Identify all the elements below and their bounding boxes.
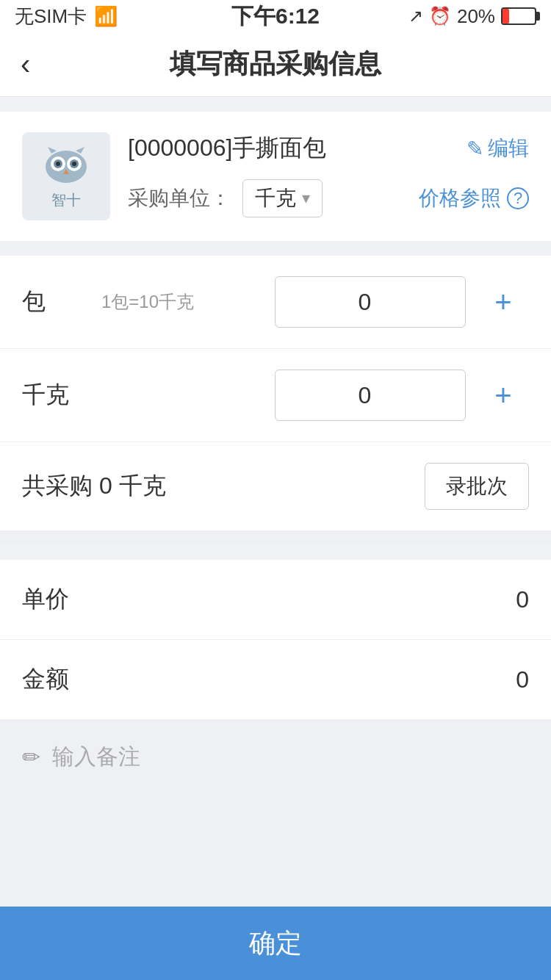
unit-row: 采购单位： 千克 ▾ 价格参照 ? — [128, 179, 529, 217]
kg-plus-button[interactable]: + — [478, 370, 529, 421]
status-bar: 无SIM卡 📶 下午6:12 ↗ ⏰ 20% — [0, 0, 551, 32]
bao-plus-button[interactable]: + — [478, 276, 529, 328]
product-info: [0000006]手撕面包 ✎ 编辑 采购单位： 千克 ▾ 价格参照 ? — [128, 132, 529, 217]
kg-input-row: 千克 + — [0, 349, 551, 442]
product-image: 智十 — [22, 132, 110, 220]
remark-placeholder: 输入备注 — [52, 742, 140, 772]
bao-input[interactable] — [275, 276, 466, 328]
unit-price-row: 单价 0 — [0, 560, 551, 640]
info-icon: ? — [507, 187, 529, 209]
product-owl-icon — [40, 143, 92, 187]
batch-button[interactable]: 录批次 — [425, 463, 529, 510]
input-section: 包 1包=10千克 + 千克 + — [0, 256, 551, 442]
amount-value: 0 — [516, 666, 529, 693]
status-time: 下午6:12 — [231, 1, 320, 32]
status-left: 无SIM卡 📶 — [15, 4, 118, 29]
battery-fill — [503, 9, 509, 24]
summary-text: 共采购 0 千克 — [22, 470, 166, 502]
unit-value: 千克 — [255, 184, 296, 212]
bao-sublabel: 1包=10千克 — [101, 290, 194, 314]
wifi-icon: 📶 — [94, 5, 118, 28]
info-section: 单价 0 金额 0 — [0, 560, 551, 720]
amount-label: 金额 — [22, 663, 69, 696]
location-icon: ↗ — [408, 6, 423, 26]
price-ref-button[interactable]: 价格参照 ? — [419, 184, 529, 212]
status-right: ↗ ⏰ 20% — [408, 5, 536, 28]
kg-label: 千克 — [22, 379, 81, 411]
amount-row: 金额 0 — [0, 640, 551, 720]
back-button[interactable]: ‹ — [21, 48, 30, 81]
bao-label: 包 — [22, 286, 81, 318]
unit-price-label: 单价 — [22, 583, 69, 616]
edit-icon: ✎ — [467, 137, 483, 161]
alarm-icon: ⏰ — [429, 6, 451, 26]
unit-left: 采购单位： 千克 ▾ — [128, 179, 323, 217]
page-title: 填写商品采购信息 — [170, 46, 381, 82]
carrier-label: 无SIM卡 — [15, 4, 87, 29]
svg-point-6 — [72, 162, 76, 166]
unit-price-value: 0 — [516, 586, 529, 613]
chevron-down-icon: ▾ — [302, 189, 310, 208]
confirm-button[interactable]: 确定 — [0, 907, 551, 980]
product-name-row: [0000006]手撕面包 ✎ 编辑 — [128, 132, 529, 165]
edit-label: 编辑 — [488, 134, 529, 162]
confirm-label: 确定 — [249, 926, 302, 962]
product-name: [0000006]手撕面包 — [128, 132, 326, 165]
battery-icon — [501, 7, 536, 25]
battery-percent: 20% — [457, 5, 495, 28]
pencil-icon: ✏ — [22, 744, 40, 770]
separator-2 — [0, 530, 551, 545]
unit-select[interactable]: 千克 ▾ — [242, 179, 323, 217]
bao-input-row: 包 1包=10千克 + — [0, 256, 551, 349]
summary-row: 共采购 0 千克 录批次 — [0, 442, 551, 530]
kg-input-wrap: + — [96, 370, 529, 421]
edit-button[interactable]: ✎ 编辑 — [467, 134, 529, 162]
svg-marker-9 — [76, 147, 84, 154]
bao-input-wrap: + — [209, 276, 529, 328]
kg-input[interactable] — [275, 370, 466, 421]
product-card: 智十 [0000006]手撕面包 ✎ 编辑 采购单位： 千克 ▾ — [0, 112, 551, 241]
separator-1 — [0, 241, 551, 256]
svg-point-5 — [56, 162, 60, 166]
unit-label: 采购单位： — [128, 184, 231, 212]
price-ref-label: 价格参照 — [419, 184, 501, 212]
nav-bar: ‹ 填写商品采购信息 — [0, 32, 551, 97]
remark-section[interactable]: ✏ 输入备注 — [0, 720, 551, 794]
svg-marker-8 — [48, 147, 57, 154]
